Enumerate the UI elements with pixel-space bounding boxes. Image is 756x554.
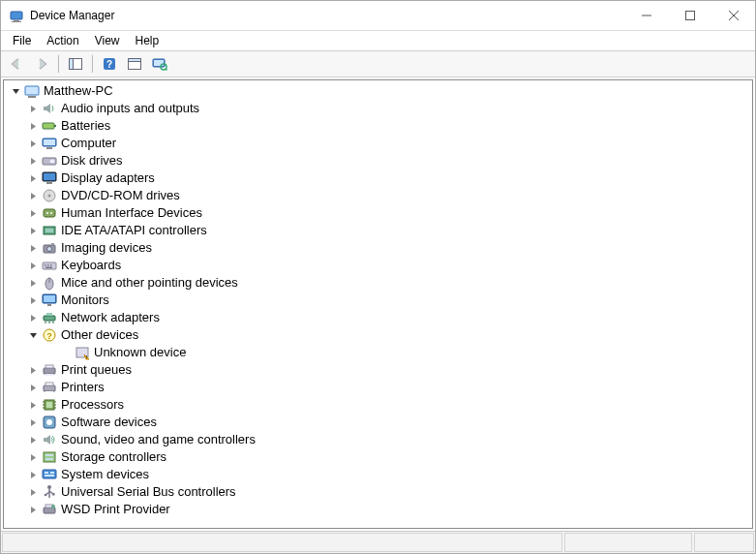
tree-item-processors[interactable]: Processors	[4, 396, 752, 414]
usb-icon	[42, 484, 57, 500]
tree-item-audio-inputs-and-outputs[interactable]: Audio inputs and outputs	[4, 100, 752, 117]
tree-item-disk-drives[interactable]: Disk drives	[4, 152, 752, 169]
tree-item-sound-video-and-game-controllers[interactable]: Sound, video and game controllers	[4, 431, 752, 448]
expand-icon[interactable]	[25, 380, 41, 395]
close-button[interactable]	[711, 1, 755, 30]
toolbar-help-button[interactable]: ?	[98, 52, 121, 76]
tree-item-label: IDE ATA/ATAPI controllers	[61, 222, 213, 239]
expand-icon[interactable]	[25, 449, 41, 465]
tree-item-label: Computer	[61, 135, 122, 152]
software-icon	[42, 415, 57, 430]
tree-item-unknown-device[interactable]: Unknown device	[4, 344, 752, 361]
pc-icon	[24, 83, 40, 99]
system-icon	[42, 467, 57, 482]
expand-icon[interactable]	[25, 240, 41, 256]
device-manager-window: Device Manager File Action View Help ?	[0, 0, 756, 554]
tree-item-universal-serial-bus-controllers[interactable]: Universal Serial Bus controllers	[4, 483, 752, 501]
mouse-icon	[42, 275, 57, 291]
expand-icon[interactable]	[25, 310, 41, 325]
monitor-icon	[42, 292, 57, 308]
tree-item-label: DVD/CD-ROM drives	[61, 187, 186, 204]
expand-icon[interactable]	[25, 397, 41, 413]
tree-item-label: Software devices	[61, 414, 163, 431]
expand-icon[interactable]	[25, 188, 41, 203]
tree-item-human-interface-devices[interactable]: Human Interface Devices	[4, 204, 752, 222]
tree-item-imaging-devices[interactable]: Imaging devices	[4, 239, 752, 257]
menu-bar: File Action View Help	[1, 31, 755, 50]
tree-item-label: Keyboards	[61, 257, 127, 274]
expand-icon[interactable]	[25, 101, 41, 116]
tree-item-label: Mice and other pointing devices	[61, 274, 244, 292]
status-bar	[1, 531, 755, 553]
device-tree-panel[interactable]: Matthew-PCAudio inputs and outputsBatter…	[3, 79, 753, 529]
tree-item-computer[interactable]: Computer	[4, 135, 752, 152]
printer-icon	[42, 380, 57, 395]
menu-action[interactable]: Action	[39, 32, 86, 49]
collapse-icon[interactable]	[25, 327, 41, 343]
toolbar: ?	[1, 50, 755, 77]
tree-item-label: Other devices	[61, 326, 144, 344]
tree-item-label: Universal Serial Bus controllers	[61, 483, 242, 501]
tree-item-wsd-print-provider[interactable]: WSD Print Provider	[4, 501, 752, 518]
tree-item-label: Sound, video and game controllers	[61, 431, 261, 448]
expand-icon[interactable]	[25, 484, 41, 500]
expand-icon[interactable]	[25, 136, 41, 151]
collapse-icon[interactable]	[8, 83, 23, 99]
tree-item-keyboards[interactable]: Keyboards	[4, 257, 752, 274]
device-tree: Matthew-PCAudio inputs and outputsBatter…	[4, 82, 752, 518]
display-icon	[42, 170, 57, 186]
expand-icon[interactable]	[25, 205, 41, 221]
wsd-icon	[42, 502, 57, 517]
menu-file[interactable]: File	[5, 32, 39, 49]
menu-view[interactable]: View	[87, 32, 128, 49]
tree-item-display-adapters[interactable]: Display adapters	[4, 169, 752, 187]
toolbar-back-button[interactable]	[5, 52, 28, 76]
tree-item-label: Batteries	[61, 117, 116, 135]
tree-item-network-adapters[interactable]: Network adapters	[4, 309, 752, 326]
status-cell	[694, 533, 754, 552]
toolbar-show-hide-tree-button[interactable]	[64, 52, 87, 76]
expand-icon[interactable]	[25, 502, 41, 517]
toolbar-properties-button[interactable]	[123, 52, 146, 76]
imaging-icon	[42, 240, 57, 256]
toolbar-scan-hardware-button[interactable]	[148, 52, 171, 76]
tree-item-batteries[interactable]: Batteries	[4, 117, 752, 135]
battery-icon	[42, 118, 57, 134]
expand-icon[interactable]	[25, 362, 41, 378]
maximize-button[interactable]	[668, 1, 711, 30]
tree-item-monitors[interactable]: Monitors	[4, 292, 752, 309]
disk-icon	[42, 153, 57, 169]
minimize-button[interactable]	[624, 1, 668, 30]
tree-item-label: Disk drives	[61, 152, 129, 169]
tree-item-system-devices[interactable]: System devices	[4, 466, 752, 483]
tree-item-other-devices[interactable]: Other devices	[4, 326, 752, 344]
expand-icon[interactable]	[25, 118, 41, 134]
expand-icon[interactable]	[25, 258, 41, 273]
expand-icon[interactable]	[25, 223, 41, 238]
tree-item-dvd-cd-rom-drives[interactable]: DVD/CD-ROM drives	[4, 187, 752, 204]
toolbar-separator	[58, 55, 59, 73]
expand-icon[interactable]	[25, 467, 41, 482]
menu-help[interactable]: Help	[128, 32, 167, 49]
tree-item-storage-controllers[interactable]: Storage controllers	[4, 448, 752, 466]
expand-icon[interactable]	[25, 153, 41, 169]
unknown-icon	[75, 345, 90, 360]
expand-icon[interactable]	[25, 292, 41, 308]
expand-icon[interactable]	[25, 415, 41, 430]
tree-item-mice-and-other-pointing-devices[interactable]: Mice and other pointing devices	[4, 274, 752, 292]
tree-item-label: Audio inputs and outputs	[61, 100, 205, 117]
tree-item-print-queues[interactable]: Print queues	[4, 361, 752, 379]
expand-icon[interactable]	[25, 170, 41, 186]
toolbar-separator	[92, 55, 93, 73]
tree-item-root[interactable]: Matthew-PC	[4, 82, 752, 100]
optical-icon	[42, 188, 57, 203]
expand-icon[interactable]	[25, 275, 41, 291]
sound-icon	[42, 432, 57, 447]
expand-icon[interactable]	[25, 432, 41, 447]
tree-item-ide-ata-atapi-controllers[interactable]: IDE ATA/ATAPI controllers	[4, 222, 752, 239]
toolbar-forward-button[interactable]	[30, 52, 53, 76]
tree-item-software-devices[interactable]: Software devices	[4, 414, 752, 431]
keyboard-icon	[42, 258, 57, 273]
tree-item-label: Processors	[61, 396, 130, 414]
tree-item-printers[interactable]: Printers	[4, 379, 752, 396]
